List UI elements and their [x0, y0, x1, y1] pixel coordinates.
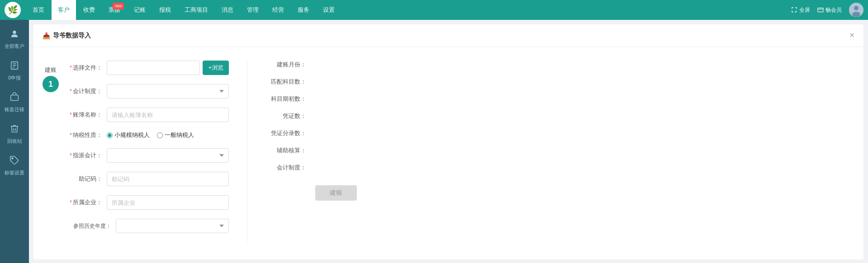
voucher-label: 凭证数： [266, 112, 306, 120]
right-form: 建账月份： 匹配科目数： 科目期初数： 凭证数： [266, 61, 854, 242]
sidebar-item-migrate[interactable]: 账套迁移 [0, 88, 29, 117]
nav-item-home[interactable]: 首页 [26, 0, 51, 20]
logo-icon: 🌿 [8, 5, 18, 15]
bookname-label: 账簿名称： [66, 111, 102, 119]
all-clients-icon [9, 29, 19, 41]
step-section: 建账 1 选择文件： +浏览 [43, 61, 229, 242]
accounting-right-row: 会计制度： [266, 164, 854, 172]
memo-input[interactable] [107, 172, 229, 186]
initial-row: 科目期初数： [266, 95, 854, 103]
accountant-label: 指派会计： [66, 151, 102, 160]
close-button[interactable]: × [849, 31, 854, 40]
form-area: 建账 1 选择文件： +浏览 [33, 47, 863, 251]
match-row: 匹配科目数： [266, 78, 854, 86]
taxpayer-label: 纳税性质： [66, 131, 102, 139]
left-form: 选择文件： +浏览 会计制度： [66, 61, 229, 242]
nav-item-manage[interactable]: 管理 [241, 0, 265, 20]
month-row: 建账月份： [266, 61, 854, 69]
taxpayer-row: 纳税性质： 小规模纳税人 一般纳税人 [66, 131, 229, 139]
svg-point-4 [13, 31, 16, 34]
panel-title: 📥 导爷数据导入 [43, 32, 91, 40]
nav-item-business[interactable]: 工商项目 [178, 0, 214, 20]
file-input-group: +浏览 [107, 61, 229, 75]
layout: 全部客户 0申报 账套迁移 回收站 标签设置 [0, 20, 868, 263]
file-label: 选择文件： [66, 64, 102, 72]
svg-rect-9 [11, 95, 19, 100]
accounting-right-label: 会计制度： [266, 164, 306, 172]
aux-label: 辅助核算： [266, 146, 306, 155]
step-number: 1 [43, 76, 59, 92]
browse-button[interactable]: +浏览 [203, 61, 229, 75]
svg-rect-0 [818, 8, 823, 12]
migrate-icon [9, 92, 19, 104]
top-nav: 🌿 首页 客户 收费 票据 new 记账 报税 工商项目 消息 管理 经营 服务… [0, 0, 868, 20]
accountant-select[interactable] [107, 148, 229, 163]
memo-label: 助记码： [66, 175, 102, 183]
voucher-row: 凭证数： [266, 112, 854, 120]
file-row: 选择文件： +浏览 [66, 61, 229, 75]
top-nav-right: 全屏 畅会员 [791, 3, 863, 17]
taxpayer-small[interactable]: 小规模纳税人 [107, 131, 150, 139]
svg-point-2 [854, 6, 859, 10]
avatar[interactable] [849, 3, 863, 17]
tags-icon [9, 155, 19, 168]
nav-item-bookkeeping[interactable]: 记账 [128, 0, 152, 20]
recycle-icon [9, 124, 19, 136]
nav-item-message[interactable]: 消息 [215, 0, 240, 20]
sidebar-item-zero-declare[interactable]: 0申报 [0, 56, 29, 86]
nav-item-settings[interactable]: 设置 [317, 0, 341, 20]
accountant-row: 指派会计： [66, 148, 229, 163]
match-label: 匹配科目数： [266, 78, 306, 86]
history-row: 参照历史年度： [66, 219, 229, 233]
taxpayer-general[interactable]: 一般纳税人 [157, 131, 194, 139]
nav-item-client[interactable]: 客户 [52, 0, 76, 20]
main-content: 📥 导爷数据导入 × 建账 1 选择文件： [29, 20, 868, 263]
initial-label: 科目期初数： [266, 95, 306, 103]
month-label: 建账月份： [266, 61, 306, 69]
panel-header: 📥 导爷数据导入 × [33, 24, 863, 47]
fullscreen-btn[interactable]: 全屏 [791, 6, 810, 14]
svg-point-10 [12, 158, 13, 159]
taxpayer-radio-group: 小规模纳税人 一般纳税人 [107, 131, 194, 139]
sidebar: 全部客户 0申报 账套迁移 回收站 标签设置 [0, 20, 29, 263]
nav-item-invoice[interactable]: 票据 new [102, 0, 127, 20]
nav-item-tax[interactable]: 报税 [153, 0, 177, 20]
zero-declare-icon [9, 61, 19, 73]
nav-item-fee[interactable]: 收费 [77, 0, 101, 20]
nav-item-operation[interactable]: 经营 [266, 0, 290, 20]
accounting-row: 会计制度： [66, 84, 229, 99]
company-label: 所属企业： [66, 198, 102, 207]
aux-row: 辅助核算： [266, 146, 854, 155]
bookname-input[interactable] [107, 108, 229, 122]
history-label: 参照历史年度： [66, 222, 111, 230]
accounting-select[interactable] [107, 84, 229, 99]
company-input[interactable] [107, 195, 229, 210]
nav-items: 首页 客户 收费 票据 new 记账 报税 工商项目 消息 管理 经营 服务 设… [26, 0, 791, 20]
nav-item-service[interactable]: 服务 [291, 0, 316, 20]
logo[interactable]: 🌿 [5, 2, 21, 18]
new-badge: new [113, 3, 124, 9]
voucher-split-row: 凭证分录数： [266, 129, 854, 137]
file-input[interactable] [107, 61, 200, 75]
import-icon: 📥 [43, 32, 50, 39]
accounting-label: 会计制度： [66, 87, 102, 95]
sidebar-item-all-clients[interactable]: 全部客户 [0, 24, 29, 54]
vertical-divider [247, 61, 247, 242]
vip-btn[interactable]: 畅会员 [817, 6, 842, 14]
history-select[interactable] [116, 219, 229, 233]
sidebar-item-recycle[interactable]: 回收站 [0, 119, 29, 149]
voucher-split-label: 凭证分录数： [266, 129, 306, 137]
bookname-row: 账簿名称： [66, 108, 229, 122]
memo-row: 助记码： [66, 172, 229, 186]
svg-point-3 [852, 12, 860, 17]
sidebar-item-tags[interactable]: 标签设置 [0, 151, 29, 181]
panel: 📥 导爷数据导入 × 建账 1 选择文件： [33, 24, 863, 259]
company-row: 所属企业： [66, 195, 229, 210]
build-account-button[interactable]: 建账 [315, 185, 357, 201]
